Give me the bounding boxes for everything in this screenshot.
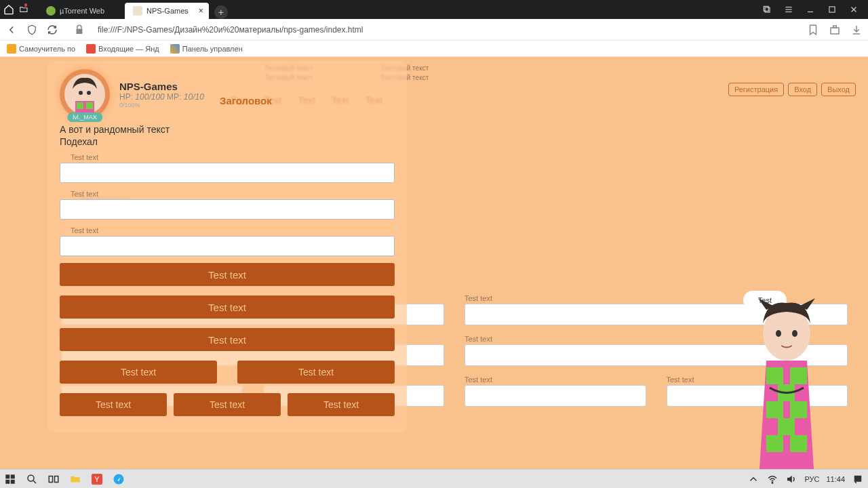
wifi-icon[interactable]	[766, 473, 778, 485]
form-field: Test text	[60, 190, 395, 220]
volume-icon[interactable]	[785, 473, 797, 485]
folder-icon[interactable]	[19, 3, 31, 16]
svg-point-24	[79, 91, 83, 95]
bookmark-icon[interactable]	[807, 24, 819, 36]
bookmark-item[interactable]: Самоучитель по	[7, 44, 75, 54]
browser-tab-utorrent[interactable]: µTorrent Web	[38, 3, 125, 19]
svg-rect-9	[77, 28, 83, 34]
clock[interactable]: 11:44	[826, 475, 845, 483]
search-icon[interactable]	[26, 473, 38, 485]
primary-button[interactable]: Test text	[60, 263, 395, 286]
level-badge: lvl._MAX	[67, 113, 102, 122]
text-input[interactable]	[465, 385, 646, 407]
yandex-icon[interactable]: Y	[91, 473, 103, 485]
back-icon[interactable]	[5, 24, 18, 36]
svg-rect-6	[829, 7, 835, 12]
overlay-panel: lvl._MAX NPS-Games HP: 100/100 MP: 10/10…	[47, 61, 407, 432]
browser-tab-nps-games[interactable]: NPS-Games ×	[125, 3, 209, 19]
svg-rect-10	[831, 28, 839, 34]
login-button[interactable]: Вход	[788, 83, 817, 96]
telegram-icon[interactable]	[113, 473, 125, 485]
profile-header: lvl._MAX NPS-Games HP: 100/100 MP: 10/10…	[60, 69, 395, 119]
svg-rect-18	[766, 401, 783, 418]
new-tab-button[interactable]: +	[214, 5, 228, 19]
tertiary-button[interactable]: Test text	[60, 393, 167, 416]
close-window-icon[interactable]	[849, 5, 859, 14]
tab-strip: µTorrent Web NPS-Games × +	[38, 0, 228, 19]
svg-rect-28	[86, 102, 93, 109]
svg-rect-35	[49, 476, 52, 482]
svg-rect-29	[5, 474, 9, 479]
text-input[interactable]	[60, 199, 395, 220]
bookmark-item[interactable]: Панель управлен	[170, 44, 243, 54]
svg-rect-39	[854, 475, 862, 481]
extension-icon[interactable]	[829, 24, 841, 36]
shield-icon[interactable]	[26, 24, 38, 36]
taskbar: Y РУС 11:44	[0, 469, 868, 488]
button-row: Test text Test text Test text	[60, 393, 395, 416]
auth-buttons: Регистрация Вход Выход	[728, 83, 856, 96]
logout-button[interactable]: Выход	[821, 83, 856, 96]
tertiary-button[interactable]: Test text	[174, 393, 281, 416]
menu-icon[interactable]	[784, 5, 793, 14]
secondary-button[interactable]: Test text	[237, 361, 395, 384]
address-bar: file:///F:/NPS-Games/Дизайн%20и%20матери…	[0, 19, 868, 41]
avatar[interactable]: lvl._MAX	[60, 69, 110, 119]
text-input[interactable]	[60, 163, 395, 183]
home-icon[interactable]	[3, 3, 15, 16]
reload-icon[interactable]	[46, 24, 58, 36]
window-titlebar: µTorrent Web NPS-Games × +	[0, 0, 868, 19]
copy-icon[interactable]	[762, 5, 772, 14]
bookmarks-bar: Самоучитель по Входящие — Янд Панель упр…	[0, 41, 868, 57]
page-content: Тестовый текстТестовый текст Тестовый те…	[0, 57, 868, 469]
svg-point-25	[87, 91, 91, 95]
svg-rect-1	[764, 6, 768, 11]
character-illustration	[726, 293, 848, 469]
svg-point-33	[28, 475, 34, 481]
primary-button[interactable]: Test text	[60, 296, 395, 319]
primary-button[interactable]: Test text	[60, 328, 395, 351]
svg-rect-21	[766, 435, 783, 452]
random-text: А вот и рандомный текст Подехал	[60, 123, 395, 148]
form-field: Test text	[60, 226, 395, 256]
field-label: Test text	[71, 226, 395, 235]
close-tab-icon[interactable]: ×	[199, 6, 203, 16]
tab-title: µTorrent Web	[60, 7, 104, 15]
form-field: Test text	[60, 153, 395, 183]
tertiary-button[interactable]: Test text	[288, 393, 395, 416]
svg-rect-20	[778, 418, 795, 435]
svg-line-34	[33, 481, 36, 483]
start-icon[interactable]	[4, 473, 16, 485]
svg-rect-16	[790, 367, 807, 384]
maximize-icon[interactable]	[827, 5, 837, 14]
svg-rect-22	[790, 435, 807, 452]
svg-rect-36	[55, 476, 58, 482]
button-row: Test text Test text	[60, 361, 395, 384]
minimize-icon[interactable]	[806, 5, 815, 14]
svg-rect-0	[765, 7, 770, 12]
profile-name: NPS-Games	[119, 81, 395, 92]
language-indicator[interactable]: РУС	[804, 475, 819, 483]
field-label: Test text	[71, 153, 395, 161]
download-icon[interactable]	[850, 24, 863, 36]
field-label: Test text	[71, 190, 395, 198]
register-button[interactable]: Регистрация	[728, 83, 784, 96]
task-view-icon[interactable]	[47, 473, 60, 485]
svg-rect-30	[11, 474, 15, 479]
lock-icon[interactable]	[73, 24, 85, 36]
overlay-heading: Заголовок	[220, 95, 272, 106]
bookmark-item[interactable]: Входящие — Янд	[86, 44, 159, 54]
svg-rect-31	[5, 479, 9, 483]
notifications-icon[interactable]	[852, 473, 864, 485]
explorer-icon[interactable]	[69, 473, 81, 485]
svg-point-13	[776, 330, 781, 337]
svg-rect-19	[790, 401, 807, 418]
svg-point-14	[792, 330, 797, 337]
svg-rect-27	[77, 102, 83, 109]
secondary-button[interactable]: Test text	[60, 361, 217, 384]
text-input[interactable]	[60, 236, 395, 256]
url-text[interactable]: file:///F:/NPS-Games/Дизайн%20и%20матери…	[94, 25, 799, 35]
svg-rect-15	[766, 367, 783, 384]
tray-chevron-icon[interactable]	[747, 473, 760, 485]
svg-rect-32	[11, 479, 15, 483]
